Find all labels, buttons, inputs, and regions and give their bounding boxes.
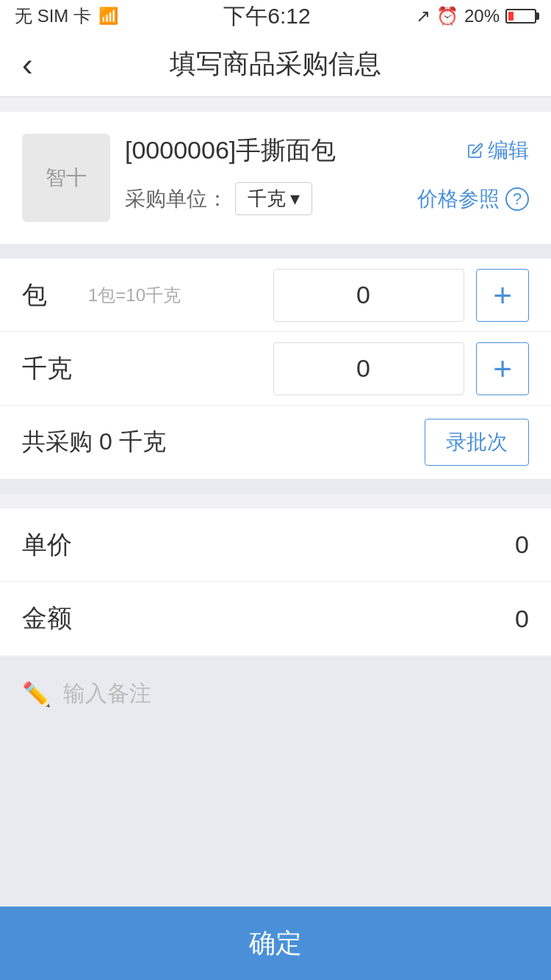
- confirm-button[interactable]: 确定: [0, 907, 551, 980]
- kg-label: 千克: [22, 352, 81, 386]
- kg-quantity-input[interactable]: [273, 342, 464, 395]
- back-button[interactable]: ‹: [22, 48, 33, 81]
- batch-button[interactable]: 录批次: [425, 419, 529, 466]
- bag-input-right: +: [273, 269, 529, 322]
- total-row: 共采购 0 千克 录批次: [0, 406, 551, 479]
- bag-plus-button[interactable]: +: [476, 269, 529, 322]
- unit-price-label: 单价: [22, 528, 72, 562]
- unit-select[interactable]: 千克 ▾: [235, 182, 312, 215]
- status-time: 下午6:12: [223, 1, 310, 32]
- kg-input-right: +: [273, 342, 529, 395]
- chevron-down-icon: ▾: [290, 187, 300, 210]
- help-icon: ?: [505, 187, 529, 211]
- nav-bar: ‹ 填写商品采购信息: [0, 32, 551, 97]
- notes-section[interactable]: ✏️ 输入备注: [0, 657, 551, 731]
- page-title: 填写商品采购信息: [170, 46, 381, 82]
- status-right: ↗ ⏰ 20%: [416, 6, 536, 26]
- edit-icon: [467, 143, 483, 159]
- product-unit-row: 采购单位： 千克 ▾ 价格参照 ?: [125, 182, 529, 215]
- battery-icon: [505, 9, 536, 24]
- battery-fill: [508, 12, 514, 21]
- alarm-icon: ⏰: [436, 6, 458, 26]
- notes-placeholder: 输入备注: [63, 679, 151, 709]
- price-section: 单价 0 金额 0: [0, 508, 551, 655]
- unit-label: 采购单位：: [125, 185, 228, 213]
- status-bar: 无 SIM 卡 📶 下午6:12 ↗ ⏰ 20%: [0, 0, 551, 32]
- bag-quantity-input[interactable]: [273, 269, 464, 322]
- pencil-icon: ✏️: [22, 680, 51, 708]
- unit-price-value: 0: [515, 530, 529, 559]
- status-left: 无 SIM 卡 📶: [15, 4, 118, 28]
- battery-percent: 20%: [464, 6, 500, 26]
- wifi-icon: 📶: [98, 7, 118, 26]
- section-divider-1: [0, 244, 551, 259]
- product-name: [0000006]手撕面包: [125, 134, 336, 167]
- product-image: 智十: [22, 134, 110, 222]
- price-ref-button[interactable]: 价格参照 ?: [417, 185, 529, 213]
- amount-row: 金额 0: [0, 582, 551, 655]
- input-section: 包 1包=10千克 + 千克 +: [0, 259, 551, 406]
- kg-plus-button[interactable]: +: [476, 342, 529, 395]
- unit-value: 千克: [248, 186, 286, 212]
- edit-button[interactable]: 编辑: [467, 137, 529, 165]
- sim-label: 无 SIM 卡: [15, 4, 91, 28]
- section-divider-2: [0, 479, 551, 494]
- bag-input-row: 包 1包=10千克 +: [0, 259, 551, 332]
- location-icon: ↗: [416, 6, 431, 26]
- product-logo: 智十: [46, 164, 87, 192]
- product-info: [0000006]手撕面包 编辑 采购单位： 千克 ▾ 价格参照 ?: [125, 134, 529, 215]
- total-label: 共采购 0 千克: [22, 426, 166, 458]
- product-card: 智十 [0000006]手撕面包 编辑 采购单位： 千克 ▾ 价格参照: [0, 112, 551, 244]
- unit-price-row: 单价 0: [0, 508, 551, 582]
- price-ref-label: 价格参照: [417, 185, 500, 213]
- bag-sublabel: 1包=10千克: [88, 284, 181, 307]
- amount-label: 金额: [22, 602, 72, 635]
- bag-label: 包: [22, 278, 81, 312]
- kg-input-row: 千克 +: [0, 332, 551, 406]
- amount-value: 0: [515, 605, 529, 633]
- product-header: [0000006]手撕面包 编辑: [125, 134, 529, 167]
